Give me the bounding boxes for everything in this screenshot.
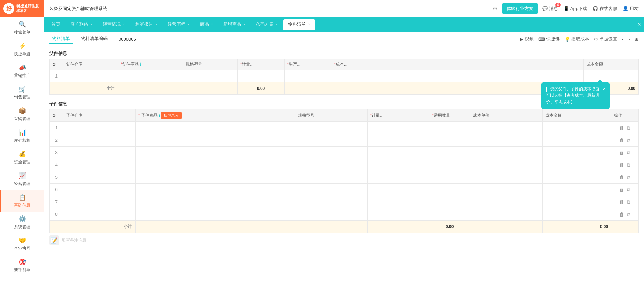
child-cell-warehouse-6[interactable] (63, 184, 136, 196)
child-cell-unit-cost-5[interactable] (470, 171, 543, 184)
sidebar-item-finance[interactable]: 💰 资金管理 (0, 147, 44, 168)
child-cell-warehouse-4[interactable] (63, 159, 136, 171)
app-download-item[interactable]: 📱 App下载 (564, 5, 587, 12)
child-cell-unit-cost-3[interactable] (470, 147, 543, 159)
parent-cell-produce-1[interactable] (284, 70, 331, 82)
tab-new-goods-close[interactable]: × (243, 22, 245, 26)
tab-history-close[interactable]: × (187, 22, 189, 26)
tab-operations-stat[interactable]: 经营情况 × (98, 19, 129, 30)
child-cell-spec-6[interactable] (295, 184, 367, 196)
view-video-item[interactable]: ▶ 视频 (520, 36, 534, 42)
child-cell-cost-amount-5[interactable] (543, 171, 611, 184)
tab-customers-close[interactable]: × (90, 22, 92, 26)
sidebar-item-guide[interactable]: 🎯 新手引导 (0, 255, 44, 277)
child-cell-qty-7[interactable] (429, 196, 470, 208)
single-settings-item[interactable]: ⚙ 单据设置 (594, 36, 617, 42)
child-cell-unit-2[interactable] (367, 134, 429, 147)
parent-cell-warehouse-1[interactable] (63, 70, 118, 82)
child-cell-cost-amount-2[interactable] (543, 134, 611, 147)
online-service-item[interactable]: 🎧 在线客服 (593, 5, 617, 12)
child-cell-product-1[interactable] (135, 122, 295, 134)
sidebar-item-purchase[interactable]: 📦 采购管理 (0, 104, 44, 125)
copy-icon-2[interactable]: ⧉ (627, 137, 630, 143)
tab-bom[interactable]: 物料清单 × (283, 19, 315, 30)
child-cell-cost-amount-6[interactable] (543, 184, 611, 196)
child-cell-unit-cost-2[interactable] (470, 134, 543, 147)
tab-operations-stat-close[interactable]: × (123, 22, 125, 26)
child-cell-spec-3[interactable] (295, 147, 367, 159)
child-cell-unit-4[interactable] (367, 159, 429, 171)
child-cell-warehouse-8[interactable] (63, 208, 136, 221)
tab-profit[interactable]: 利润报告 × (131, 19, 162, 30)
trial-button[interactable]: 体验行业方案 (502, 3, 538, 14)
child-cell-cost-amount-7[interactable] (543, 196, 611, 208)
child-cell-spec-8[interactable] (295, 208, 367, 221)
child-cell-unit-cost-8[interactable] (470, 208, 543, 221)
sidebar-item-operations[interactable]: 📈 经营管理 (0, 168, 44, 190)
message-item[interactable]: 💬 消息 6 (542, 5, 558, 12)
child-cell-spec-2[interactable] (295, 134, 367, 147)
sidebar-item-basic-info[interactable]: 📋 基础信息 (0, 190, 44, 212)
delete-icon-2[interactable]: 🗑 (619, 137, 624, 143)
child-cell-unit-8[interactable] (367, 208, 429, 221)
child-cell-cost-amount-1[interactable] (543, 122, 611, 134)
sidebar-item-system[interactable]: ⚙️ 系统管理 (0, 212, 44, 233)
copy-icon-4[interactable]: ⧉ (627, 162, 630, 168)
child-cell-unit-5[interactable] (367, 171, 429, 184)
delete-icon-5[interactable]: 🗑 (619, 174, 624, 180)
child-cell-spec-1[interactable] (295, 122, 367, 134)
copy-icon-3[interactable]: ⧉ (627, 150, 630, 156)
child-cell-cost-amount-4[interactable] (543, 159, 611, 171)
child-cell-warehouse-3[interactable] (63, 147, 136, 159)
sidebar-item-search[interactable]: 🔍 搜索菜单 (0, 17, 44, 39)
child-cell-product-6[interactable] (135, 184, 295, 196)
copy-icon-6[interactable]: ⧉ (627, 187, 630, 193)
delete-icon-1[interactable]: 🗑 (619, 125, 624, 131)
delete-icon-6[interactable]: 🗑 (619, 187, 624, 193)
sidebar-item-quick-nav[interactable]: ⚡ 快捷导航 (0, 39, 44, 60)
copy-icon-5[interactable]: ⧉ (627, 174, 630, 180)
child-cell-warehouse-7[interactable] (63, 196, 136, 208)
child-cell-spec-7[interactable] (295, 196, 367, 208)
child-cell-unit-6[interactable] (367, 184, 429, 196)
child-cell-product-8[interactable] (135, 208, 295, 221)
sub-tab-bom-list[interactable]: 物料清单 (49, 34, 73, 44)
nav-close-all[interactable]: ✕ (637, 22, 641, 27)
parent-cell-spec-1[interactable] (183, 70, 237, 82)
child-cell-qty-1[interactable] (429, 122, 470, 134)
parent-cell-unit-1[interactable] (237, 70, 284, 82)
child-th-settings[interactable]: ⚙ (50, 109, 63, 122)
child-cell-cost-amount-3[interactable] (543, 147, 611, 159)
child-cell-spec-4[interactable] (295, 159, 367, 171)
nav-prev[interactable]: ‹ (622, 37, 623, 42)
sidebar-item-sales[interactable]: 🛒 销售管理 (0, 82, 44, 104)
shortcut-item[interactable]: ⌨ 快捷键 (538, 36, 560, 42)
child-cell-unit-cost-1[interactable] (470, 122, 543, 134)
sidebar-item-inventory[interactable]: 📊 库存核算 (0, 125, 44, 147)
sidebar-item-marketing[interactable]: 📣 营销推广 (0, 60, 44, 82)
user-item[interactable]: 👤 用友 (623, 5, 639, 12)
parent-cell-product-1[interactable] (118, 70, 183, 82)
child-cell-warehouse-2[interactable] (63, 134, 136, 147)
child-cell-product-2[interactable] (135, 134, 295, 147)
child-cell-warehouse-1[interactable] (63, 122, 136, 134)
child-cell-warehouse-5[interactable] (63, 171, 136, 184)
child-cell-qty-3[interactable] (429, 147, 470, 159)
copy-icon-8[interactable]: ⧉ (627, 211, 630, 218)
delete-icon-7[interactable]: 🗑 (619, 199, 624, 205)
child-cell-unit-cost-4[interactable] (470, 159, 543, 171)
child-cell-unit-cost-6[interactable] (470, 184, 543, 196)
tab-home[interactable]: 首页 (47, 19, 65, 30)
parent-cell-cost-1[interactable] (331, 70, 378, 82)
child-cell-unit-3[interactable] (367, 147, 429, 159)
settings-icon[interactable]: ⚙ (492, 5, 498, 12)
nav-next[interactable]: › (629, 37, 630, 42)
parent-th-settings[interactable]: ⚙ (50, 59, 63, 70)
child-cell-qty-5[interactable] (429, 171, 470, 184)
tooltip-close-button[interactable]: × (602, 86, 605, 93)
scan-button[interactable]: 扫码录入 (161, 112, 182, 119)
child-cell-product-3[interactable] (135, 147, 295, 159)
child-cell-product-7[interactable] (135, 196, 295, 208)
child-cell-unit-1[interactable] (367, 122, 429, 134)
delete-icon-8[interactable]: 🗑 (619, 211, 624, 218)
